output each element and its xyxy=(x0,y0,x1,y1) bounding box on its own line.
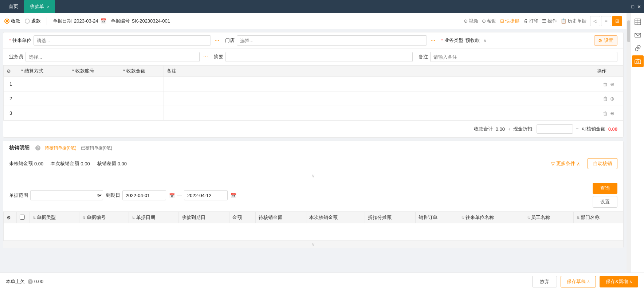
sort-icon: ⇅ xyxy=(527,216,530,220)
copy-icon-1[interactable]: ⊕ xyxy=(610,81,614,87)
toolbar-divider-1 xyxy=(47,17,47,25)
gear-icon[interactable]: ⚙ xyxy=(7,68,11,74)
radio-receipt[interactable]: 收款 xyxy=(4,18,20,24)
query-button[interactable]: 查询 xyxy=(593,183,617,194)
prev-btn[interactable]: ◁ xyxy=(590,16,600,26)
counterpart-label: 往来单位 xyxy=(9,37,31,44)
discount-input[interactable] xyxy=(537,124,573,134)
calendar-from-icon[interactable]: 📅 xyxy=(169,193,175,198)
store-input[interactable] xyxy=(237,35,427,46)
row-account-2[interactable] xyxy=(69,91,120,106)
settings-button[interactable]: ⚙ 设置 xyxy=(594,35,617,46)
row-settle-2[interactable] xyxy=(18,91,69,106)
info-icon[interactable]: ? xyxy=(35,145,40,150)
panels-wrap: 收款 退款 单据日期 2023-03-24 📅 单据编号 SK-20230324… xyxy=(0,13,627,248)
delete-icon-2[interactable]: 🗑 xyxy=(603,96,608,102)
available-value: 0.00 xyxy=(608,126,617,132)
verification-panel: 核销明细 ? 待核销单据(0笔) 已核销单据(0笔) 未核销金额 0.00 本次… xyxy=(3,141,624,248)
shortcut-action[interactable]: ⊟ 快捷键 xyxy=(500,18,519,24)
sidebar-table-icon[interactable] xyxy=(632,16,644,28)
row-amount-1[interactable] xyxy=(120,77,164,91)
sort-icon: ⇅ xyxy=(33,216,36,220)
copy-icon-3[interactable]: ⊕ xyxy=(610,110,614,116)
history-action[interactable]: 📋 历史单据 xyxy=(561,18,586,24)
sort-icon: ⇅ xyxy=(577,216,580,220)
close-btn[interactable]: ✕ xyxy=(637,4,641,9)
row-amount-2[interactable] xyxy=(120,91,164,106)
save-draft-button[interactable]: 保存草稿 ∧ xyxy=(561,276,596,287)
sidebar-camera-icon[interactable] xyxy=(632,55,644,67)
store-field: 门店 ··· xyxy=(225,35,435,46)
row-remark-3[interactable] xyxy=(164,106,594,121)
table-row: 1 🗑 ⊕ xyxy=(4,77,623,91)
maximize-btn[interactable]: □ xyxy=(631,4,634,9)
bottom-info-icon[interactable]: ? xyxy=(28,279,33,284)
grid-view-btn[interactable]: ⊞ xyxy=(612,16,622,26)
counterpart-more-icon[interactable]: ··· xyxy=(215,37,219,44)
salesperson-input[interactable] xyxy=(25,52,200,62)
detail-col-check xyxy=(17,212,30,223)
radio-refund[interactable]: 退款 xyxy=(25,18,41,24)
filter-settings-button[interactable]: 设置 xyxy=(593,196,617,208)
date-to-input[interactable] xyxy=(184,190,228,200)
minimize-btn[interactable]: — xyxy=(624,4,628,9)
collapse-handle[interactable]: ∨ xyxy=(3,172,623,179)
tab-home[interactable]: 首页 xyxy=(3,0,24,13)
completed-tab[interactable]: 已核销单据(0笔) xyxy=(81,145,113,151)
detail-gear-icon[interactable]: ⚙ xyxy=(7,215,11,220)
unverified-label: 未核销金额 xyxy=(9,160,33,167)
list-view-btn[interactable]: ≡ xyxy=(601,16,611,26)
print-action[interactable]: 🖨 打印 xyxy=(523,18,538,24)
equals-sign: = xyxy=(576,126,579,132)
video-action[interactable]: ⊙ 视频 xyxy=(464,18,478,24)
tab-close-icon[interactable]: × xyxy=(47,4,49,9)
salesperson-more-icon[interactable]: ··· xyxy=(203,54,208,60)
sidebar-mail-icon[interactable] xyxy=(632,29,644,41)
pending-tab[interactable]: 待核销单据(0笔) xyxy=(45,145,76,151)
row-account-1[interactable] xyxy=(69,77,120,91)
date-from-input[interactable] xyxy=(122,190,166,200)
store-more-icon[interactable]: ··· xyxy=(431,37,435,44)
save-new-button[interactable]: 保存&新增 ∧ xyxy=(600,276,638,287)
range-select[interactable] xyxy=(30,190,103,200)
counterpart-input[interactable] xyxy=(34,35,211,46)
number-label: 单据编号 xyxy=(111,18,130,24)
detail-col-gear: ⚙ xyxy=(4,212,17,223)
help-action[interactable]: ⊙ 帮助 xyxy=(482,18,496,24)
row-settle-1[interactable] xyxy=(18,77,69,91)
detail-pending-label: 待核销金额 xyxy=(259,215,282,220)
detail-col-employee-header: ⇅ 员工名称 xyxy=(524,212,573,223)
summary-input[interactable] xyxy=(225,52,413,62)
detail-partner-label: 往来单位名称 xyxy=(466,215,494,220)
save-draft-chevron-icon: ∧ xyxy=(587,279,590,283)
detail-col-due-header: 收款到期日 xyxy=(178,212,229,223)
delete-icon-3[interactable]: 🗑 xyxy=(603,110,608,116)
receipt-table: ⚙ * 结算方式 * 收款账号 * 收款金额 备注 操作 1 xyxy=(3,65,623,121)
discard-button[interactable]: 放弃 xyxy=(532,276,557,287)
note-input[interactable] xyxy=(430,52,617,62)
sidebar-link-icon[interactable] xyxy=(632,42,644,54)
row-account-3[interactable] xyxy=(69,106,120,121)
tab-receipt[interactable]: 收款单 × xyxy=(24,0,55,13)
calendar-to-icon[interactable]: 📅 xyxy=(231,193,236,198)
select-all-checkbox[interactable] xyxy=(20,215,25,220)
more-conditions[interactable]: ▽ 更多条件 ∧ xyxy=(551,160,580,167)
row-settle-3[interactable] xyxy=(18,106,69,121)
scroll-thumb[interactable] xyxy=(627,20,630,42)
business-type-arrow-icon[interactable]: ∨ xyxy=(483,38,487,43)
col-remark-header: 备注 xyxy=(164,66,594,77)
row-remark-2[interactable] xyxy=(164,91,594,106)
unverified-amount: 未核销金额 0.00 xyxy=(9,160,43,167)
copy-icon-2[interactable]: ⊕ xyxy=(610,96,614,102)
row-amount-3[interactable] xyxy=(120,106,164,121)
row-remark-1[interactable] xyxy=(164,77,594,91)
summary-row: 收款合计 0.00 + 现金折扣: = 可核销金额 0.00 xyxy=(3,121,623,137)
detail-date-label: 单据日期 xyxy=(136,215,155,220)
auto-offset-btn[interactable]: 自动核销 xyxy=(588,158,617,169)
calendar-icon[interactable]: 📅 xyxy=(101,18,106,24)
operate-action[interactable]: ☰ 操作 xyxy=(542,18,557,24)
date-separator: — xyxy=(177,193,182,198)
video-icon: ⊙ xyxy=(464,18,468,24)
delete-icon-1[interactable]: 🗑 xyxy=(603,81,608,87)
scroll-bar[interactable] xyxy=(627,13,631,273)
